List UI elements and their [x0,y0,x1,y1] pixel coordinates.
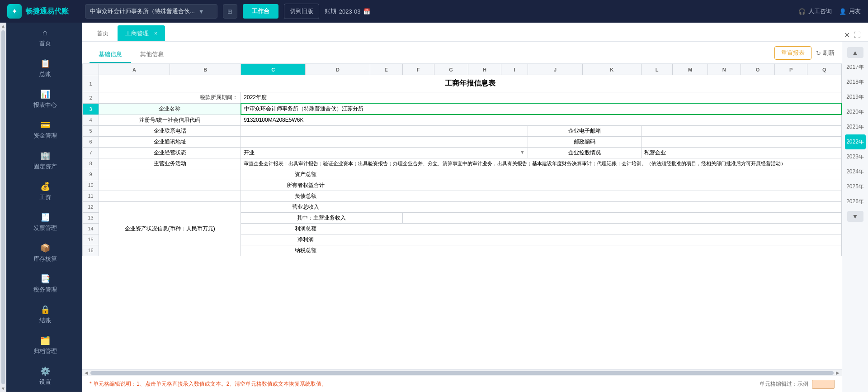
cell-15-value[interactable] [370,234,841,245]
year-2022[interactable]: 2022年 [845,134,866,149]
cell-14-sub-label[interactable]: 利润总额 [241,223,370,234]
cell-6-value[interactable] [241,136,528,147]
year-panel-down-arrow[interactable]: ▼ [847,211,863,222]
cell-2-label[interactable]: 税款所属期间： [99,92,241,104]
cell-7-right-value[interactable]: 私营企业 [641,147,841,158]
col-header-m[interactable]: M [673,64,708,75]
cell-6-right-label[interactable]: 邮政编码 [528,136,641,147]
cell-5-right-value[interactable] [641,125,841,136]
cell-3-label[interactable]: 企业名称 [99,103,241,115]
window-close-icon[interactable]: ✕ [844,31,850,39]
sidebar-item-fund[interactable]: 💳 资金管理 [6,115,82,145]
sidebar-item-close[interactable]: 🔒 结账 [6,299,82,330]
cell-11-sub-label[interactable]: 负债总额 [241,191,370,201]
year-2020[interactable]: 2020年 [845,105,866,120]
year-2021[interactable]: 2021年 [845,120,866,134]
sidebar-item-salary[interactable]: 💰 工资 [6,176,82,207]
sidebar-item-archive[interactable]: 🗂️ 归档管理 [6,330,82,361]
col-header-h[interactable]: H [468,64,501,75]
cell-4-label[interactable]: 注册号/统一社会信用代码 [99,115,241,125]
sidebar-item-inventory[interactable]: 📦 库存核算 [6,238,82,268]
col-header-f[interactable]: F [402,64,434,75]
tab-home[interactable]: 首页 [90,26,116,41]
cell-10-sub-label[interactable]: 所有者权益合计 [241,180,370,191]
workbench-button[interactable]: 工作台 [243,4,278,19]
hscroll-left-arrow[interactable]: ◀ [83,370,90,376]
cell-8-value[interactable]: 审查企业会计报表；出具审计报告；验证企业资本；出具验资报告；办理企业合并、分立、… [241,158,841,169]
year-2024[interactable]: 2024年 [845,164,866,179]
cell-7-right-label[interactable]: 企业控股情况 [528,147,641,158]
year-2023[interactable]: 2023年 [845,149,866,164]
spreadsheet-container[interactable]: A B C D E F G H I J K L [82,64,842,369]
cell-12-section[interactable]: 企业资产状况信息(币种：人民币万元) [99,201,241,256]
col-header-b[interactable]: B [170,64,241,75]
cell-2-value[interactable]: 2022年度 [241,92,841,104]
sidebar-item-settings[interactable]: ⚙️ 设置 [6,361,82,392]
cell-9-value[interactable] [370,169,841,180]
col-header-i[interactable]: I [501,64,528,75]
cell-16-sub-label[interactable]: 纳税总额 [241,245,370,256]
sidebar-item-report[interactable]: 📊 报表中心 [6,84,82,115]
sidebar-item-home[interactable]: ⌂ 首页 [6,23,82,53]
col-header-c[interactable]: C [241,64,306,75]
cell-8-label[interactable]: 主营业务活动 [99,158,241,169]
col-header-p[interactable]: P [775,64,807,75]
col-header-e[interactable]: E [370,64,402,75]
year-2017[interactable]: 2017年 [845,60,866,75]
hscroll-right-arrow[interactable]: ▶ [835,370,841,376]
calendar-icon[interactable]: 📅 [363,8,370,15]
sidebar-scroll-down[interactable]: ▼ [0,385,6,392]
window-expand-icon[interactable]: ⛶ [854,31,861,39]
company-selector[interactable]: 中审众环会计师事务所（特殊普通合伙... ▼ [85,4,217,19]
col-header-l[interactable]: L [641,64,673,75]
refresh-button[interactable]: ↻ 刷新 [816,49,835,57]
cell-13-sub-label[interactable]: 其中：主营业务收入 [241,212,402,223]
col-header-a[interactable]: A [99,64,170,75]
sidebar-item-ledger[interactable]: 📋 总账 [6,53,82,84]
sidebar-scroll-up[interactable]: ▲ [0,23,6,29]
cell-7-label[interactable]: 企业经营状态 [99,147,241,158]
year-2026[interactable]: 2026年 [845,194,866,209]
tab-close-icon[interactable]: × [154,30,158,37]
cell-5-label[interactable]: 企业联系电话 [99,125,241,136]
cell-9-sub-label[interactable]: 资产总额 [241,169,370,180]
cell-13-value[interactable] [402,212,841,223]
cell-5-value[interactable] [241,125,528,136]
cell-3-value[interactable]: 中审众环会计师事务所（特殊普通合伙）江苏分所 [241,103,841,115]
cell-10-label[interactable] [99,180,241,191]
dropdown-arrow-7[interactable]: ▼ [519,149,525,155]
sidebar-item-invoice[interactable]: 🧾 发票管理 [6,207,82,238]
tab-industrial[interactable]: 工商管理 × [118,25,165,41]
hscroll-thumb[interactable] [90,371,834,375]
col-header-o[interactable]: O [741,64,774,75]
col-header-d[interactable]: D [306,64,370,75]
col-header-q[interactable]: Q [807,64,841,75]
sub-tab-basic[interactable]: 基础信息 [90,47,131,63]
col-header-j[interactable]: J [528,64,582,75]
cell-14-value[interactable] [370,223,841,234]
sidebar-item-tax[interactable]: 📑 税务管理 [6,268,82,299]
col-header-n[interactable]: N [708,64,741,75]
year-2025[interactable]: 2025年 [845,179,866,194]
cell-11-label[interactable] [99,191,241,201]
cell-15-sub-label[interactable]: 净利润 [241,234,370,245]
cell-10-value[interactable] [370,180,841,191]
support-button[interactable]: 🎧 人工咨询 [798,7,832,15]
cell-7-value[interactable]: 开业 ▼ [241,147,528,158]
cell-11-value[interactable] [370,191,841,201]
year-panel-up-arrow[interactable]: ▲ [847,47,863,58]
doc-icon[interactable]: ⊞ [223,4,237,19]
cell-12-value[interactable] [370,201,841,212]
cell-9-label[interactable] [99,169,241,180]
col-header-k[interactable]: K [582,64,641,75]
cell-5-right-label[interactable]: 企业电子邮箱 [528,125,641,136]
col-header-g[interactable]: G [434,64,468,75]
cell-16-value[interactable] [370,245,841,256]
cell-4-value[interactable]: 91320100MA208E5W6K [241,115,841,125]
title-cell[interactable]: 工商年报信息表 [99,75,842,92]
reset-button[interactable]: 重置报表 [774,46,811,60]
sub-tab-other[interactable]: 其他信息 [131,47,173,63]
cell-12-sub-label[interactable]: 营业总收入 [241,201,370,212]
old-version-button[interactable]: 切到旧版 [284,4,319,19]
year-2019[interactable]: 2019年 [845,90,866,105]
